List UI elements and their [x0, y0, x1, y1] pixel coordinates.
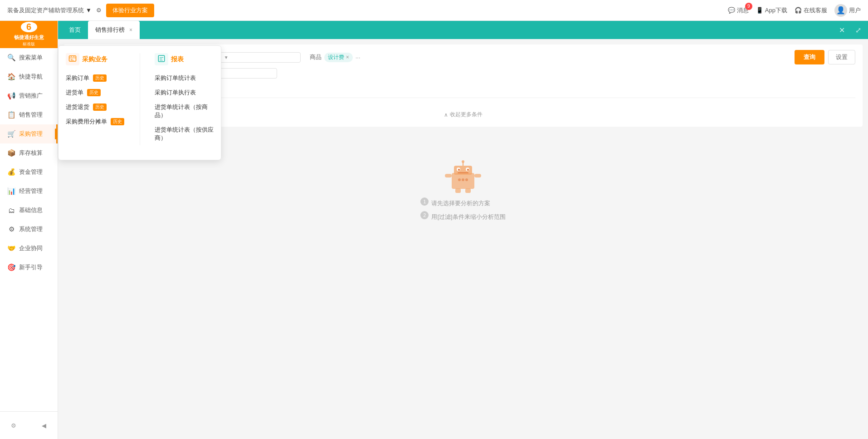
status-input[interactable]: ▼ — [219, 52, 301, 63]
trial-button[interactable]: 体验行业方案 — [106, 4, 154, 17]
tab-sales-ranking[interactable]: 销售排行榜 × — [88, 21, 140, 39]
query-button[interactable]: 查询 — [795, 50, 824, 64]
empty-num-2: 2 — [420, 211, 429, 219]
sidebar-item-cooperation-label: 企业协同 — [19, 244, 43, 252]
sidebar-item-search[interactable]: 🔍 搜索菜单 — [0, 48, 58, 67]
phone-icon: 📱 — [756, 7, 763, 14]
app-download-button[interactable]: 📱 App下载 — [756, 6, 787, 15]
messages-button[interactable]: 💬 消息 9 — [728, 6, 749, 15]
purchase-section-title-text: 采购业务 — [82, 55, 107, 64]
empty-hints: 1 请先选择要分析的方案 2 用[过滤]条件来缩小分析范围 — [420, 196, 505, 223]
empty-hint-1-text: 请先选择要分析的方案 — [431, 199, 490, 207]
dropdown-item-purchase-expense[interactable]: 采购费用分摊单 历史 — [66, 114, 125, 129]
purchase-section-icon — [66, 53, 79, 65]
goods-tag-design: 设计费 × — [324, 53, 353, 62]
active-indicator — [55, 128, 56, 139]
sidebar-item-cooperation[interactable]: 🤝 企业协同 — [0, 239, 58, 258]
purchase-section: 采购业务 采购订单 历史 进货单 历史 进货退货 历史 采购费用分摊单 历史 — [66, 53, 125, 145]
dropdown-item-purchase-order-stats[interactable]: 采购订单统计表 — [155, 71, 214, 85]
sidebar-item-finance[interactable]: 💰 资金管理 — [0, 163, 58, 182]
dropdown-item-stock-in-stats-supplier[interactable]: 进货单统计表（按供应商） — [155, 123, 214, 145]
svg-point-5 — [467, 169, 469, 171]
setting-button[interactable]: 设置 — [828, 50, 855, 64]
sidebar: 6 畅捷通好生意 标准版 🔍 搜索菜单 🏠 快捷导航 📢 营销推广 📋 销售管理 — [0, 21, 58, 439]
sidebar-collapse-btn[interactable]: ◀ — [36, 417, 52, 434]
sidebar-item-marketing-label: 营销推广 — [19, 92, 43, 100]
messages-badge: 9 — [745, 3, 752, 10]
sidebar-item-guide[interactable]: 🎯 新手引导 — [0, 258, 58, 277]
sidebar-item-search-label: 搜索菜单 — [19, 54, 43, 62]
svg-rect-6 — [458, 172, 468, 173]
operations-icon: 📊 — [7, 187, 15, 195]
headset-icon: 🎧 — [795, 7, 802, 14]
tab-home[interactable]: 首页 — [62, 21, 88, 39]
dropdown-item-stock-in-stats-goods[interactable]: 进货单统计表（按商品） — [155, 100, 214, 123]
dropdown-item-stock-return[interactable]: 进货退货 历史 — [66, 100, 125, 114]
sidebar-item-purchase[interactable]: 🛒 采购管理 — [0, 124, 58, 143]
sidebar-bottom: ⚙ ◀ — [0, 411, 58, 439]
inventory-icon: 📦 — [7, 149, 15, 157]
empty-num-1: 1 — [420, 197, 429, 206]
report-icon-svg — [157, 54, 166, 63]
sidebar-item-base-info[interactable]: 🗂 基础信息 — [0, 201, 58, 220]
report-section-icon — [155, 53, 168, 65]
system-name: 装备及固定资产辅助管理系统 — [7, 6, 84, 15]
tab-maximize-icon[interactable]: ⤢ — [852, 24, 864, 36]
sidebar-item-sales-label: 销售管理 — [19, 111, 43, 119]
empty-hint-1: 1 请先选择要分析的方案 — [420, 196, 505, 207]
purchase-section-title: 采购业务 — [66, 53, 125, 65]
stock-in-history-badge: 历史 — [87, 89, 101, 96]
goods-tag-close[interactable]: × — [346, 54, 349, 60]
sidebar-settings-btn[interactable]: ⚙ — [5, 417, 22, 434]
sidebar-item-guide-label: 新手引导 — [19, 263, 43, 271]
online-service-button[interactable]: 🎧 在线客服 — [795, 6, 827, 15]
dropdown-item-purchase-order[interactable]: 采购订单 历史 — [66, 71, 125, 85]
tab-close-icon[interactable]: ✕ — [835, 24, 848, 36]
sidebar-item-finance-label: 资金管理 — [19, 168, 43, 176]
dropdown-item-purchase-order-exec-label: 采购订单执行表 — [155, 89, 196, 97]
svg-point-8 — [462, 160, 464, 163]
marketing-icon: 📢 — [7, 92, 15, 100]
search-icon: 🔍 — [7, 54, 15, 62]
purchase-icon-svg — [68, 54, 77, 63]
app-wrapper: 装备及固定资产辅助管理系统 ▼ ⚙ 体验行业方案 💬 消息 9 📱 App下载 … — [0, 0, 868, 439]
dropdown-item-stock-in-label: 进货单 — [66, 89, 83, 97]
sidebar-item-sales[interactable]: 📋 销售管理 — [0, 105, 58, 124]
sidebar-logo: 6 畅捷通好生意 标准版 — [0, 21, 58, 48]
dropdown-item-purchase-order-exec[interactable]: 采购订单执行表 — [155, 85, 214, 100]
sidebar-item-inventory-label: 库存核算 — [19, 149, 43, 157]
report-section-title: 报表 — [155, 53, 214, 65]
top-bar: 装备及固定资产辅助管理系统 ▼ ⚙ 体验行业方案 💬 消息 9 📱 App下载 … — [0, 0, 868, 21]
base-info-icon: 🗂 — [7, 206, 15, 214]
logo-icon: 6 — [21, 22, 37, 32]
goods-more-dots[interactable]: ··· — [356, 54, 361, 61]
sidebar-item-marketing[interactable]: 📢 营销推广 — [0, 86, 58, 105]
collapse-up-icon: ∧ — [444, 112, 448, 118]
logo-text: 畅捷通好生意 — [14, 34, 44, 40]
app-download-label: App下载 — [765, 6, 787, 15]
report-section-title-text: 报表 — [171, 55, 184, 64]
finance-icon: 💰 — [7, 168, 15, 176]
system-icon: ⚙ — [7, 225, 15, 233]
guide-icon: 🎯 — [7, 263, 15, 271]
svg-point-14 — [462, 178, 464, 181]
dropdown-item-purchase-order-label: 采购订单 — [66, 74, 89, 82]
svg-point-13 — [458, 178, 461, 181]
dropdown-divider — [140, 53, 140, 145]
system-name-dropdown[interactable]: 装备及固定资产辅助管理系统 ▼ — [7, 6, 92, 15]
top-right-actions: 💬 消息 9 📱 App下载 🎧 在线客服 👤 用户 — [728, 4, 861, 17]
svg-rect-11 — [455, 188, 461, 193]
dropdown-item-stock-in[interactable]: 进货单 历史 — [66, 85, 125, 100]
sidebar-item-inventory[interactable]: 📦 库存核算 — [0, 143, 58, 163]
sidebar-item-quick-nav[interactable]: 🏠 快捷导航 — [0, 67, 58, 86]
svg-rect-9 — [445, 174, 452, 178]
home-icon: 🏠 — [7, 73, 15, 81]
cooperation-icon: 🤝 — [7, 244, 15, 252]
tab-close-btn[interactable]: × — [129, 27, 132, 33]
user-menu[interactable]: 👤 用户 — [834, 4, 861, 17]
sidebar-item-system-label: 系统管理 — [19, 225, 43, 233]
sidebar-item-system[interactable]: ⚙ 系统管理 — [0, 220, 58, 239]
goods-tags: 设计费 × — [324, 53, 353, 62]
sidebar-item-operations[interactable]: 📊 经营管理 — [0, 182, 58, 201]
settings-icon[interactable]: ⚙ — [92, 3, 106, 18]
